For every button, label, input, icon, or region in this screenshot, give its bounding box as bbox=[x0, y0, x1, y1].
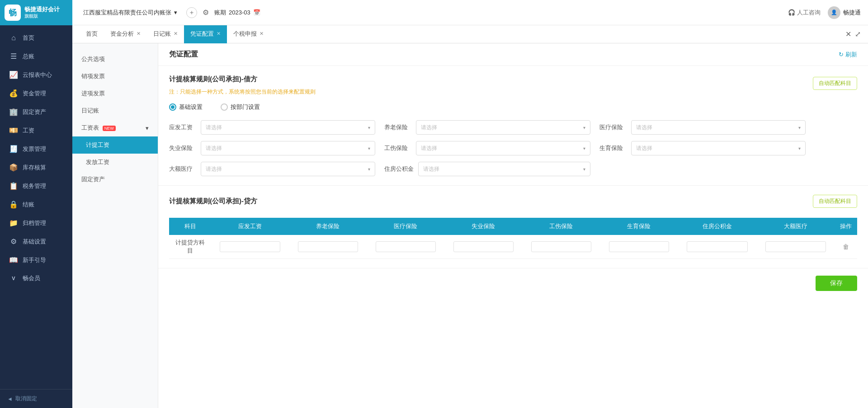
close-journal-icon[interactable]: ✕ bbox=[174, 31, 178, 37]
left-menu-item-pay-salary[interactable]: 发放工资 bbox=[72, 154, 158, 171]
sidebar-item-tax-management[interactable]: 📋 税务管理 bbox=[0, 177, 72, 195]
settings-gear-icon[interactable]: ⚙ bbox=[203, 8, 209, 17]
td-maternity-input[interactable] bbox=[600, 235, 678, 259]
add-account-button[interactable]: ＋ bbox=[186, 7, 197, 18]
field-medical-insurance: 医疗保险 请选择 ▾ bbox=[599, 120, 806, 135]
input-housing-fund[interactable] bbox=[687, 241, 748, 252]
refresh-button[interactable]: ↻ 刷新 bbox=[839, 51, 857, 59]
avatar-icon: 👤 bbox=[831, 9, 837, 15]
settings-icon: ⚙ bbox=[9, 237, 18, 246]
table-row: 计提贷方科目 🗑 bbox=[169, 235, 857, 259]
tab-tax-declaration[interactable]: 个税申报 ✕ bbox=[227, 25, 270, 43]
close-tax-declaration-icon[interactable]: ✕ bbox=[259, 31, 264, 37]
debit-form-grid: 应发工资 请选择 ▾ 养老保险 请选择 ▾ bbox=[169, 120, 806, 176]
auto-match-debit-button[interactable]: 自动匹配科目 bbox=[813, 77, 857, 90]
tabs-controls: ✕ ⤢ bbox=[845, 30, 861, 38]
user-name: 畅捷通 bbox=[843, 9, 861, 17]
expand-icon[interactable]: ⤢ bbox=[855, 30, 861, 38]
sidebar-item-cloud-reports[interactable]: 📈 云报表中心 bbox=[0, 66, 72, 84]
tab-fund-analysis[interactable]: 资金分析 ✕ bbox=[104, 25, 147, 43]
home-icon: ⌂ bbox=[9, 34, 18, 42]
radio-dot-dept bbox=[221, 103, 228, 111]
select-medical-insurance[interactable]: 请选择 ▾ bbox=[631, 120, 806, 135]
sidebar-item-archive[interactable]: 📁 归档管理 bbox=[0, 214, 72, 232]
td-gross-salary-input[interactable] bbox=[211, 235, 289, 259]
app-logo: 畅 畅捷通好会计 旗舰版 bbox=[0, 0, 72, 25]
chevron-down-icon: ▾ bbox=[583, 125, 585, 130]
table-header-row: 科目 应发工资 养老保险 医疗保险 失业保险 工伤保险 生育保险 住房公积金 大… bbox=[169, 218, 857, 235]
sidebar-item-salary[interactable]: 💴 工资 bbox=[0, 121, 72, 140]
credit-section: 计提核算规则(公司承担)-贷方 自动匹配科目 科目 应发工资 养老保险 医疗保险… bbox=[158, 186, 868, 268]
select-unemployment-insurance[interactable]: 请选择 ▾ bbox=[201, 141, 375, 155]
period-selector[interactable]: 账期 2023-03 📅 bbox=[214, 9, 260, 17]
company-selector[interactable]: 江西服宝精品有限责任公司内账张 ▾ bbox=[80, 7, 181, 19]
left-menu-item-accrued-salary[interactable]: 计提工资 bbox=[72, 136, 158, 154]
sidebar-item-general-ledger[interactable]: ☰ 总账 bbox=[0, 47, 72, 66]
left-menu-item-public-options[interactable]: 公共选项 bbox=[72, 51, 158, 68]
sidebar-item-fixed-assets[interactable]: 🏢 固定资产 bbox=[0, 103, 72, 121]
tab-journal[interactable]: 日记账 ✕ bbox=[147, 25, 184, 43]
th-housing-fund: 住房公积金 bbox=[678, 218, 757, 235]
support-button[interactable]: 🎧 人工咨询 bbox=[788, 9, 821, 17]
new-badge: NEW bbox=[103, 126, 116, 131]
sidebar-item-basic-settings[interactable]: ⚙ 基础设置 bbox=[0, 232, 72, 251]
close-all-icon[interactable]: ✕ bbox=[845, 30, 851, 38]
cancel-fix-button[interactable]: ◄ 取消固定 bbox=[0, 389, 72, 408]
auto-match-credit-button[interactable]: 自动匹配科目 bbox=[813, 195, 857, 208]
content-area: 凭证配置 ↻ 刷新 计提核算规则(公司承担)-借方 注：只能选择一种方式，系统将… bbox=[158, 43, 868, 408]
main-area: 江西服宝精品有限责任公司内账张 ▾ ＋ ⚙ 账期 2023-03 📅 🎧 人工咨… bbox=[72, 0, 868, 408]
refresh-icon: ↻ bbox=[839, 51, 844, 58]
radio-by-department[interactable]: 按部门设置 bbox=[221, 103, 260, 111]
member-icon: V bbox=[9, 276, 18, 281]
select-pension-insurance[interactable]: 请选择 ▾ bbox=[416, 120, 590, 135]
left-menu-item-sales-invoice[interactable]: 销项发票 bbox=[72, 68, 158, 85]
delete-row-icon[interactable]: 🗑 bbox=[843, 243, 849, 250]
select-gross-salary[interactable]: 请选择 ▾ bbox=[201, 120, 375, 135]
td-delete[interactable]: 🗑 bbox=[835, 235, 857, 259]
left-menu-item-fixed-assets[interactable]: 固定资产 bbox=[72, 171, 158, 188]
input-work-injury[interactable] bbox=[531, 241, 591, 252]
credit-table: 科目 应发工资 养老保险 医疗保险 失业保险 工伤保险 生育保险 住房公积金 大… bbox=[169, 218, 857, 259]
close-voucher-config-icon[interactable]: ✕ bbox=[217, 31, 221, 37]
save-button[interactable]: 保存 bbox=[816, 276, 857, 291]
select-maternity-insurance[interactable]: 请选择 ▾ bbox=[631, 141, 806, 155]
input-large-medical[interactable] bbox=[765, 241, 826, 252]
sidebar-item-checkout[interactable]: 🔒 结账 bbox=[0, 195, 72, 214]
td-pension-input[interactable] bbox=[289, 235, 367, 259]
user-info[interactable]: 👤 畅捷通 bbox=[828, 6, 861, 19]
sidebar-item-home[interactable]: ⌂ 首页 bbox=[0, 29, 72, 47]
left-menu-item-journal[interactable]: 日记账 bbox=[72, 102, 158, 119]
sidebar-item-beginner-guide[interactable]: 📖 新手引导 bbox=[0, 251, 72, 269]
field-gross-salary: 应发工资 请选择 ▾ bbox=[169, 120, 375, 135]
td-unemployment-input[interactable] bbox=[444, 235, 522, 259]
select-housing-fund[interactable]: 请选择 ▾ bbox=[418, 162, 590, 176]
tab-home[interactable]: 首页 bbox=[80, 25, 104, 43]
chevron-down-icon: ▾ bbox=[583, 167, 585, 172]
chevron-down-icon: ▾ bbox=[146, 125, 149, 131]
th-work-injury: 工伤保险 bbox=[522, 218, 600, 235]
input-gross-salary[interactable] bbox=[220, 241, 280, 252]
sidebar-item-fund-management[interactable]: 💰 资金管理 bbox=[0, 84, 72, 103]
input-maternity[interactable] bbox=[609, 241, 669, 252]
close-fund-analysis-icon[interactable]: ✕ bbox=[137, 31, 141, 37]
avatar: 👤 bbox=[828, 6, 840, 19]
select-work-injury-insurance[interactable]: 请选择 ▾ bbox=[416, 141, 590, 155]
select-large-medical[interactable]: 请选择 ▾ bbox=[201, 162, 375, 176]
input-pension[interactable] bbox=[298, 241, 358, 252]
left-menu-group-salary-table[interactable]: 工资表 NEW ▾ bbox=[72, 119, 158, 136]
td-work-injury-input[interactable] bbox=[522, 235, 600, 259]
chevron-down-icon: ▾ bbox=[798, 125, 801, 130]
inventory-icon: 📦 bbox=[9, 163, 18, 172]
sidebar-nav: ⌂ 首页 ☰ 总账 📈 云报表中心 💰 资金管理 🏢 固定资产 💴 工资 🧾 发… bbox=[0, 25, 72, 389]
tab-voucher-config[interactable]: 凭证配置 ✕ bbox=[184, 25, 227, 43]
sidebar-item-invoice-management[interactable]: 🧾 发票管理 bbox=[0, 140, 72, 158]
sidebar-item-inventory[interactable]: 📦 库存核算 bbox=[0, 158, 72, 177]
input-unemployment[interactable] bbox=[453, 241, 514, 252]
radio-basic-settings[interactable]: 基础设置 bbox=[169, 103, 203, 111]
left-menu-item-purchase-invoice[interactable]: 进项发票 bbox=[72, 85, 158, 102]
td-medical-input[interactable] bbox=[367, 235, 444, 259]
td-large-medical-input[interactable] bbox=[757, 235, 835, 259]
td-housing-fund-input[interactable] bbox=[678, 235, 757, 259]
sidebar-item-member[interactable]: V 畅会员 bbox=[0, 269, 72, 287]
input-medical[interactable] bbox=[376, 241, 436, 252]
